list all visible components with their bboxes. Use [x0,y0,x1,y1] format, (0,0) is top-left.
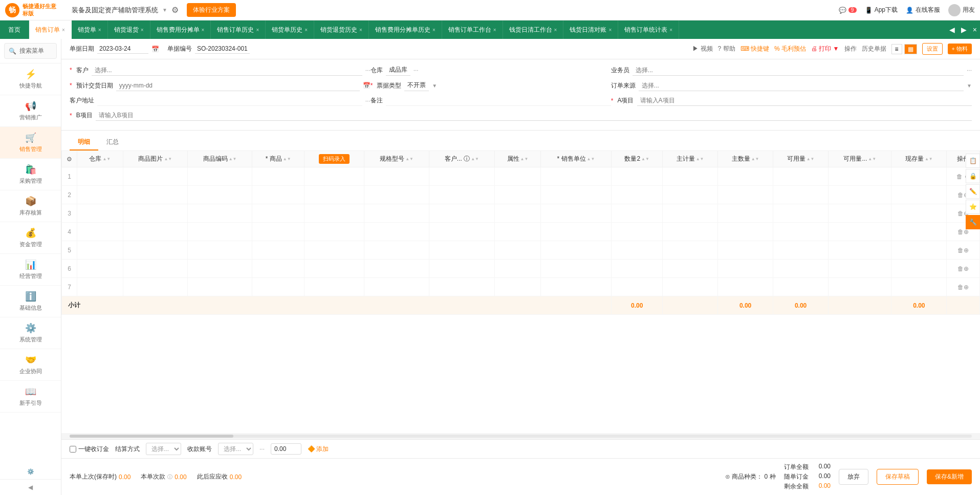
tab-close-icon[interactable]: × [669,27,672,33]
row-warehouse[interactable] [77,167,123,186]
row-available2[interactable] [829,167,891,186]
row-product-code[interactable] [187,167,252,186]
row-product[interactable] [252,167,304,186]
tab-close-icon[interactable]: × [608,27,612,33]
delete-row-icon[interactable]: 🗑 [957,265,964,272]
layout-list-icon[interactable]: ≡ [891,44,902,54]
row-product-img[interactable] [123,167,187,186]
tab-daily-reconcile[interactable]: 钱货日清对账 × [563,20,618,39]
current-info-icon[interactable]: ⓘ [167,474,172,481]
industry-btn[interactable]: 体验行业方案 [187,3,236,17]
delete-row-icon[interactable]: 🗑 [957,228,964,235]
nav-left-arrow[interactable]: ◀ [946,26,958,34]
delete-row-icon[interactable]: 🗑 [957,284,964,291]
warehouse-more-icon[interactable]: ··· [413,67,419,74]
tab-sales-order[interactable]: 销售订单 × [29,20,72,39]
history-action[interactable]: 历史单据 [862,45,886,53]
profit-action[interactable]: % 毛利预估 [774,45,806,53]
customer-more-icon[interactable]: ··· [365,67,371,74]
tab-sales-return[interactable]: 销货退货 × [108,20,150,39]
delete-row-icon[interactable]: 🗑 [956,173,963,180]
system-dropdown-icon[interactable]: ▼ [162,7,167,13]
print-action[interactable]: 🖨 打印 ▼ [811,45,839,53]
app-download[interactable]: 📱 App下载 [865,6,898,14]
calendar-icon[interactable]: 📅 [151,46,159,53]
tab-close-icon[interactable]: × [256,27,259,33]
save-new-btn[interactable]: 保存&新增 [927,469,972,484]
invoice-dropdown-icon[interactable]: ▼ [432,83,437,89]
a-project-input[interactable] [637,95,972,106]
row-spec[interactable] [364,167,429,186]
settings-btn[interactable]: 设置 [922,43,943,55]
ops-action[interactable]: 操作 [844,45,857,53]
float-star-btn[interactable]: ⭐ [966,200,980,214]
float-tool-btn[interactable]: 🔧 [966,215,980,229]
tab-close-icon[interactable]: × [493,27,496,33]
quick-collect-check[interactable] [70,446,76,453]
delivery-calendar-icon[interactable]: 📅 [363,82,371,89]
date-value[interactable]: 2023-03-24 [97,44,148,54]
add-btn[interactable]: 🔶 添加 [308,445,329,454]
row-available[interactable] [773,167,829,186]
horizontal-scrollbar[interactable] [61,433,980,439]
tab-order-stats[interactable]: 销售订单统计表 × [618,20,679,39]
copy-row-icon[interactable]: ⊕ [964,265,969,272]
tab-daily-workbench[interactable]: 钱货日清工作台 × [503,20,564,39]
tab-close-icon[interactable]: × [432,27,435,33]
address-more-icon[interactable]: ··· [365,97,371,104]
row-customer-code[interactable] [429,167,494,186]
account-more-icon[interactable]: ··· [259,445,265,453]
row-stock[interactable] [891,167,947,186]
tab-close-icon[interactable]: × [62,27,65,33]
amount-input[interactable] [271,443,301,455]
tab-fee-history[interactable]: 销售费用分摊单历史 × [369,20,442,39]
row-main-unit[interactable] [663,167,718,186]
nav-close-all[interactable]: × [970,26,980,34]
tab-close-icon[interactable]: × [141,27,144,33]
sidebar-item-finance[interactable]: 💰 资金管理 [0,222,61,254]
tab-sales-order-history[interactable]: 销售订单历史 × [211,20,266,39]
tab-detail[interactable]: 明细 [70,135,98,150]
copy-row-icon[interactable]: ⊕ [964,284,969,291]
search-menu-btn[interactable]: 🔍 搜索菜单 [4,43,57,59]
payment-select[interactable]: 选择... [146,443,181,455]
online-service[interactable]: 👤 在线客服 [906,6,940,14]
salesperson-input[interactable] [633,65,964,76]
nav-right-arrow[interactable]: ▶ [958,26,970,34]
copy-row-icon[interactable]: ⊕ [964,247,969,254]
tab-return-history[interactable]: 销货退货历史 × [314,20,369,39]
sidebar-item-guide[interactable]: 📖 新手引导 [0,381,61,413]
col-gear[interactable]: ⚙ [62,151,77,167]
b-project-input[interactable] [96,110,972,121]
delete-row-icon[interactable]: 🗑 [957,191,964,199]
user-area[interactable]: 用友 [948,4,975,16]
notification-area[interactable]: 💬 9 [839,7,857,14]
settings-icon[interactable]: ⚙ [171,5,179,15]
delivery-input[interactable] [116,80,360,91]
tab-close-icon[interactable]: × [359,27,362,33]
float-edit-btn[interactable]: ✏️ [966,184,980,199]
tab-goods-history[interactable]: 销货单历史 × [266,20,314,39]
tab-order-workbench[interactable]: 销售订单工作台 × [442,20,503,39]
sidebar-item-basic-info[interactable]: ℹ️ 基础信息 [0,286,61,317]
sidebar-settings-btn[interactable]: ⚙️ [0,464,61,479]
sidebar-item-purchase[interactable]: 🛍️ 采购管理 [0,159,61,190]
sidebar-item-system[interactable]: ⚙️ 系统管理 [0,317,61,349]
float-clipboard-btn[interactable]: 📋 [966,154,980,168]
layout-grid-icon[interactable]: ▦ [904,44,917,54]
float-lock-btn[interactable]: 🔒 [966,169,980,183]
tab-close-icon[interactable]: × [304,27,308,33]
order-source-dropdown-icon[interactable]: ▼ [967,83,972,89]
delete-row-icon[interactable]: 🗑 [957,247,964,254]
sidebar-collapse-btn[interactable]: ◀ [0,479,61,495]
quick-collect-checkbox[interactable]: 一键收订金 [70,445,109,454]
sidebar-item-quick-nav[interactable]: ⚡ 快捷导航 [0,63,61,95]
order-source-input[interactable] [639,80,964,91]
scroll-thumb[interactable] [70,435,233,438]
save-draft-btn[interactable]: 保存草稿 [877,469,919,485]
tab-summary[interactable]: 汇总 [98,135,127,150]
row-main-qty[interactable] [718,167,773,186]
sidebar-item-inventory[interactable]: 📦 库存核算 [0,190,61,222]
row-sales-unit[interactable] [540,167,611,186]
video-action[interactable]: ▶ 视频 [692,45,712,53]
